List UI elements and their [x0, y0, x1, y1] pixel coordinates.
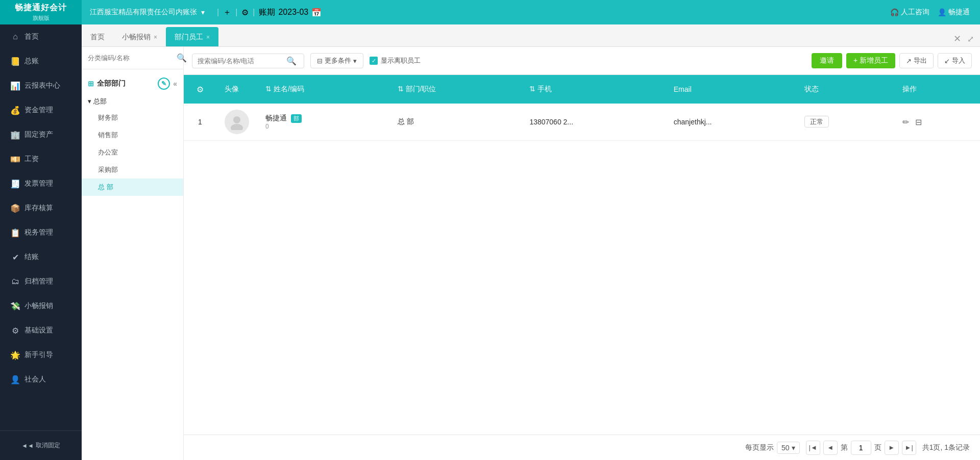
- add-employee-button[interactable]: + 新增员工: [846, 53, 895, 68]
- salary-icon: 💴: [10, 154, 20, 164]
- sidebar-item-guide[interactable]: 🌟 新手引导: [0, 343, 82, 367]
- col-phone[interactable]: ⇅ 手机: [521, 75, 665, 104]
- dept-tree: ⊞ 全部部门 ✎ « ▾ 总部 财务部 销售部 办公室 采购部 总 部: [82, 69, 183, 460]
- dept-item-general[interactable]: 总 部: [82, 178, 183, 196]
- sidebar-item-settings[interactable]: ⚙ 基础设置: [0, 318, 82, 343]
- sidebar-item-assets[interactable]: 🏢 固定资产: [0, 122, 82, 147]
- user-menu[interactable]: 👤 畅捷通: [938, 8, 970, 17]
- close-window-icon[interactable]: ✕: [953, 33, 961, 44]
- maximize-icon[interactable]: ⤢: [967, 34, 974, 44]
- sidebar-item-archive[interactable]: 🗂 归档管理: [0, 269, 82, 294]
- funds-icon: 💰: [10, 105, 20, 115]
- tab-dept[interactable]: 部门员工 ×: [166, 27, 218, 46]
- row-action-cell: ✏ ⊟: [894, 104, 980, 141]
- page-size-box[interactable]: 50 ▾: [777, 442, 800, 454]
- logo-title: 畅捷通好会计: [15, 3, 67, 13]
- filter-icon: ⊟: [317, 57, 323, 65]
- dept-search: 🔍: [82, 47, 183, 69]
- dept-header-left: ⊞ 全部部门: [88, 79, 126, 88]
- sidebar-label-assets: 固定资产: [24, 130, 53, 139]
- show-resigned-toggle[interactable]: ✓ 显示离职员工: [370, 56, 421, 65]
- dept-collapse-button[interactable]: «: [173, 80, 177, 88]
- period-selector[interactable]: 账期 2023-03 📅: [259, 7, 322, 18]
- col-name[interactable]: ⇅ 姓名/编码: [257, 75, 389, 104]
- prev-page-button[interactable]: ◄: [823, 441, 838, 455]
- dept-header: ⊞ 全部部门 ✎ «: [82, 73, 183, 94]
- sidebar-item-ledger[interactable]: 📒 总账: [0, 49, 82, 73]
- page-size-value: 50: [781, 444, 790, 452]
- main-layout: ⌂ 首页 📒 总账 📊 云报表中心 💰 资金管理 🏢 固定资产 💴 工资 🧾 发…: [0, 24, 980, 460]
- edit-button[interactable]: ✏: [902, 117, 909, 127]
- last-page-button[interactable]: ►|: [902, 441, 916, 455]
- tab-dept-close[interactable]: ×: [206, 34, 210, 41]
- page-size-dropdown-icon: ▾: [792, 444, 795, 452]
- ai-consult-button[interactable]: 🎧 人工咨询: [890, 8, 929, 17]
- export-label: 导出: [914, 56, 927, 65]
- next-page-button[interactable]: ►: [885, 441, 899, 455]
- sidebar-label-guide: 新手引导: [24, 350, 53, 360]
- export-icon: ↗: [906, 57, 912, 65]
- status-badge: 正常: [804, 116, 829, 127]
- dept-edit-button[interactable]: ✎: [158, 78, 170, 90]
- data-table: ⚙ 头像 ⇅ 姓名/编码 ⇅ 部门/职位: [184, 75, 980, 435]
- sidebar-item-reports[interactable]: 📊 云报表中心: [0, 73, 82, 98]
- unfix-button[interactable]: ◄◄ 取消固定: [0, 437, 82, 454]
- inventory-icon: 📦: [10, 203, 20, 213]
- page-suffix: 页: [874, 443, 881, 452]
- reports-icon: 📊: [10, 81, 20, 91]
- sidebar-item-salary[interactable]: 💴 工资: [0, 147, 82, 171]
- chevron-down-icon: ▾: [353, 57, 357, 65]
- invite-button[interactable]: 邀请: [812, 53, 842, 68]
- social-icon: 👤: [10, 374, 20, 385]
- company-selector[interactable]: 江西服宝精品有限责任公司内账张 ▾: [82, 8, 213, 17]
- grid-icon: ⊞: [88, 80, 94, 88]
- dept-group-zongbu[interactable]: ▾ 总部: [82, 94, 183, 109]
- dept-item-sales[interactable]: 销售部: [82, 126, 183, 144]
- sidebar-item-tax[interactable]: 📋 税务管理: [0, 220, 82, 245]
- company-name: 江西服宝精品有限责任公司内账张: [90, 8, 197, 17]
- sidebar-item-invoice[interactable]: 🧾 发票管理: [0, 171, 82, 196]
- tab-expense[interactable]: 小畅报销 ×: [113, 27, 166, 46]
- dropdown-icon: ▾: [201, 8, 205, 16]
- dept-item-purchase[interactable]: 采购部: [82, 161, 183, 178]
- page-input[interactable]: [851, 441, 871, 455]
- col-settings: ⚙: [184, 75, 216, 104]
- col-settings-icon[interactable]: ⚙: [192, 81, 208, 97]
- headset-icon: 🎧: [890, 8, 899, 16]
- show-resigned-label: 显示离职员工: [381, 56, 421, 65]
- search-box[interactable]: 🔍: [192, 54, 304, 68]
- col-email: Email: [666, 75, 796, 104]
- resigned-checkbox[interactable]: ✓: [370, 57, 378, 65]
- page-label: 第: [841, 443, 848, 452]
- export-button[interactable]: ↗ 导出: [899, 53, 934, 68]
- ai-consult-label: 人工咨询: [901, 8, 929, 17]
- logout-button[interactable]: ⊟: [915, 117, 922, 127]
- search-input[interactable]: [198, 57, 283, 65]
- row-avatar-cell: [216, 104, 257, 141]
- first-page-button[interactable]: |◄: [806, 441, 820, 455]
- col-dept[interactable]: ⇅ 部门/职位: [389, 75, 522, 104]
- sidebar-label-social: 社会人: [24, 375, 46, 384]
- dept-search-input[interactable]: [88, 54, 174, 62]
- sidebar-item-funds[interactable]: 💰 资金管理: [0, 98, 82, 122]
- sidebar-label-home: 首页: [24, 32, 39, 41]
- sidebar-item-social[interactable]: 👤 社会人: [0, 367, 82, 392]
- sidebar-item-close[interactable]: ✔ 结账: [0, 245, 82, 269]
- sidebar-item-expense[interactable]: 💸 小畅报销: [0, 294, 82, 318]
- filter-button[interactable]: ⊟ 更多条件 ▾: [310, 53, 363, 68]
- import-button[interactable]: ↙ 导入: [938, 53, 972, 68]
- dept-item-office[interactable]: 办公室: [82, 144, 183, 161]
- tab-expense-close[interactable]: ×: [154, 34, 157, 41]
- sidebar-item-home[interactable]: ⌂ 首页: [0, 24, 82, 49]
- tab-home[interactable]: 首页: [82, 27, 113, 46]
- search-icon[interactable]: 🔍: [286, 56, 297, 66]
- dept-item-finance[interactable]: 财务部: [82, 109, 183, 126]
- table-area: 🔍 ⊟ 更多条件 ▾ ✓ 显示离职员工 邀请 + 新增员工: [184, 47, 980, 460]
- settings-button[interactable]: ⚙: [241, 8, 249, 17]
- dept-header-icons: ✎ «: [158, 78, 177, 90]
- add-account-button[interactable]: ＋: [223, 7, 231, 18]
- guide-icon: 🌟: [10, 350, 20, 360]
- logo-area[interactable]: 畅捷通好会计 旗舰版: [0, 0, 82, 24]
- page-num-box: 第 页: [841, 441, 881, 455]
- sidebar-item-inventory[interactable]: 📦 库存核算: [0, 196, 82, 220]
